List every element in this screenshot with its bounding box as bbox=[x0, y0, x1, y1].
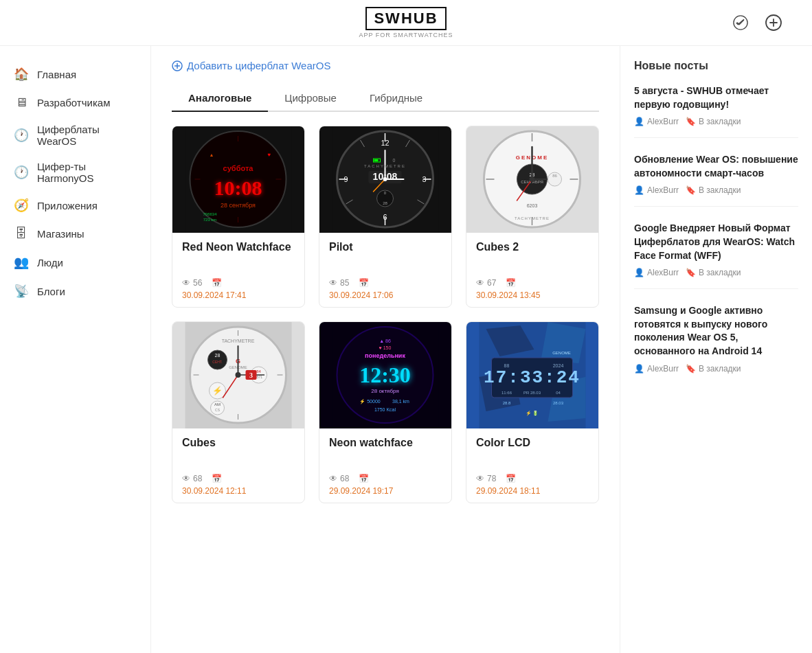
watch-card-body-color-lcd: Color LCD 👁 78 📅 29.09.2024 18:11 bbox=[466, 428, 598, 503]
watch-card-cubes2[interactable]: GENOME 28 СЕНТЯБРЯ TACHYMETRE bbox=[466, 126, 599, 308]
post-title-4[interactable]: Samsung и Google активно готовятся к вып… bbox=[634, 304, 798, 358]
sidebar-label-shops: Магазины bbox=[37, 228, 84, 240]
wearos-icon: 🕐 bbox=[14, 128, 29, 143]
sidebar-item-home[interactable]: 🏠 Главная bbox=[0, 60, 150, 89]
watch-grid: субботa 10:08 28 сентября bbox=[172, 126, 599, 503]
svg-text:28 сентября: 28 сентября bbox=[221, 202, 256, 209]
calendar-neon: 📅 bbox=[359, 474, 369, 483]
sidebar-item-harmonyos[interactable]: 🕐 Цифер-ты HarmonyOS bbox=[0, 154, 150, 191]
watch-card-img-cubes2: GENOME 28 СЕНТЯБРЯ TACHYMETRE bbox=[466, 126, 598, 233]
sidebar-item-shops[interactable]: 🗄 Магазины bbox=[0, 220, 150, 248]
watch-card-meta-cubes: 👁 68 📅 bbox=[182, 474, 295, 483]
svg-text:12:30: 12:30 bbox=[359, 363, 411, 387]
watch-card-date-pilot: 30.09.2024 17:06 bbox=[329, 290, 442, 300]
svg-text:88: 88 bbox=[504, 363, 510, 368]
svg-text:♥: ♥ bbox=[268, 152, 271, 158]
svg-text:706634: 706634 bbox=[203, 212, 217, 216]
post-title-2[interactable]: Обновление Wear OS: повышение автономнос… bbox=[634, 153, 798, 180]
post-bookmark-2[interactable]: 🔖 В закладки bbox=[686, 185, 741, 195]
svg-text:субботa: субботa bbox=[223, 164, 254, 172]
svg-text:11:66: 11:66 bbox=[501, 391, 512, 395]
post-bookmark-1[interactable]: 🔖 В закладки bbox=[686, 117, 741, 126]
svg-text:♥ 150: ♥ 150 bbox=[379, 345, 392, 350]
add-icon bbox=[765, 14, 782, 31]
watch-card-date-cubes2: 30.09.2024 13:45 bbox=[476, 290, 589, 300]
watch-card-title-neon: Neon watchface bbox=[329, 437, 442, 467]
developers-icon: 🖥 bbox=[14, 95, 29, 110]
calendar-icon: 📅 bbox=[212, 278, 222, 288]
eye-icon: 👁 bbox=[329, 278, 337, 288]
sidebar-item-wearos[interactable]: 🕐 Циферблаты WearOS bbox=[0, 117, 150, 154]
watch-card-meta-pilot: 👁 85 📅 bbox=[329, 278, 442, 288]
watch-card-meta-color-lcd: 👁 78 📅 bbox=[476, 474, 589, 483]
svg-text:▲: ▲ bbox=[210, 152, 214, 157]
people-icon: 👥 bbox=[14, 255, 29, 270]
svg-point-46 bbox=[383, 177, 387, 181]
tab-hybrid[interactable]: Гибридные bbox=[353, 85, 439, 112]
watch-card-cubes[interactable]: TACHYMETRE 28 СЕНТ. G bbox=[172, 321, 305, 503]
logo[interactable]: SWHUB APP FOR SMARTWATCHES bbox=[359, 7, 453, 38]
post-title-3[interactable]: Google Внедряет Новый Формат Циферблатов… bbox=[634, 222, 798, 262]
svg-text:0: 0 bbox=[393, 158, 396, 163]
eye-icon: 👁 bbox=[329, 474, 337, 483]
sidebar-item-apps[interactable]: 🧭 Приложения bbox=[0, 191, 150, 220]
svg-text:17:33:24: 17:33:24 bbox=[484, 367, 580, 388]
svg-text:28: 28 bbox=[215, 353, 221, 358]
views-pilot: 👁 85 bbox=[329, 278, 349, 288]
post-bookmark-3[interactable]: 🔖 В закладки bbox=[686, 268, 741, 277]
svg-text:28.8: 28.8 bbox=[503, 401, 511, 405]
tab-analog[interactable]: Аналоговые bbox=[172, 85, 268, 112]
eye-icon: 👁 bbox=[476, 278, 484, 288]
svg-text:PR 28.03: PR 28.03 bbox=[523, 391, 541, 395]
views-neon: 👁 68 bbox=[329, 474, 349, 483]
post-meta-3: 👤 AlexBurr 🔖 В закладки bbox=[634, 268, 798, 277]
svg-text:⚡ 🔋: ⚡ 🔋 bbox=[526, 410, 539, 416]
svg-text:▲ 86: ▲ 86 bbox=[379, 339, 391, 343]
watch-card-neon[interactable]: ▲ 86 ♥ 150 понедельник 12:30 bbox=[319, 321, 452, 503]
sidebar-item-blogs[interactable]: 📡 Блоги bbox=[0, 277, 150, 306]
svg-text:TACHYMETRE: TACHYMETRE bbox=[222, 339, 255, 343]
sidebar-label-people: Люди bbox=[37, 257, 63, 268]
post-bookmark-4[interactable]: 🔖 В закладки bbox=[686, 364, 741, 374]
watch-card-meta-red-neon: 👁 56 📅 bbox=[182, 278, 295, 288]
svg-text:TACHYMETRE: TACHYMETRE bbox=[364, 164, 406, 168]
watch-card-img-cubes: TACHYMETRE 28 СЕНТ. G bbox=[172, 322, 304, 428]
post-meta-1: 👤 AlexBurr 🔖 В закладки bbox=[634, 117, 798, 126]
sidebar-item-developers[interactable]: 🖥 Разработчикам bbox=[0, 89, 150, 117]
tab-digital[interactable]: Цифровые bbox=[268, 85, 353, 112]
watch-card-meta-cubes2: 👁 67 📅 bbox=[476, 278, 589, 288]
add-watchface-link[interactable]: Добавить циферблат WearOS bbox=[172, 60, 330, 71]
post-meta-4: 👤 AlexBurr 🔖 В закладки bbox=[634, 364, 798, 374]
svg-text:38,1 km: 38,1 km bbox=[392, 399, 409, 404]
svg-text:⚡ 50000: ⚡ 50000 bbox=[359, 398, 381, 404]
calendar-icon: 📅 bbox=[359, 474, 369, 483]
telegram-icon bbox=[733, 15, 748, 30]
watch-card-date-cubes: 30.09.2024 12:11 bbox=[182, 486, 295, 496]
bookmark-icon: 🔖 bbox=[686, 364, 696, 374]
sidebar-label-wearos: Циферблаты WearOS bbox=[37, 124, 137, 147]
post-title-1[interactable]: 5 августа - SWHUB отмечает первую годовщ… bbox=[634, 84, 798, 111]
layout: 🏠 Главная 🖥 Разработчикам 🕐 Циферблаты W… bbox=[0, 46, 812, 653]
watch-card-body-neon: Neon watchface 👁 68 📅 29.09.2024 19:17 bbox=[319, 428, 451, 503]
sidebar-item-people[interactable]: 👥 Люди bbox=[0, 248, 150, 277]
post-item-4: Samsung и Google активно готовятся к вып… bbox=[634, 304, 798, 384]
watch-card-title-cubes2: Cubes 2 bbox=[476, 241, 589, 271]
svg-text:6: 6 bbox=[383, 213, 387, 221]
watch-card-pilot[interactable]: 12 6 9 3 10:08 0 28 0 bbox=[319, 126, 452, 308]
svg-text:6203: 6203 bbox=[527, 203, 538, 208]
telegram-button[interactable] bbox=[730, 12, 752, 34]
watch-card-body-pilot: Pilot 👁 85 📅 30.09.2024 17:06 bbox=[319, 233, 451, 307]
svg-text:12: 12 bbox=[381, 139, 389, 147]
add-button[interactable] bbox=[763, 12, 785, 34]
watch-card-color-lcd[interactable]: GENOME 17:33:24 88 2024 11:66 PR 28.03 0… bbox=[466, 321, 599, 503]
home-icon: 🏠 bbox=[14, 67, 29, 82]
sidebar-label-apps: Приложения bbox=[37, 200, 98, 211]
watch-card-date-red-neon: 30.09.2024 17:41 bbox=[182, 290, 295, 300]
svg-text:2024: 2024 bbox=[553, 363, 564, 368]
svg-text:84: 84 bbox=[256, 369, 261, 374]
bookmark-icon: 🔖 bbox=[686, 185, 696, 195]
watch-card-title-red-neon: Red Neon Watchface bbox=[182, 241, 295, 271]
svg-text:28: 28 bbox=[383, 201, 387, 205]
watch-card-red-neon[interactable]: субботa 10:08 28 сентября bbox=[172, 126, 305, 308]
svg-text:28 октября: 28 октября bbox=[371, 388, 398, 394]
